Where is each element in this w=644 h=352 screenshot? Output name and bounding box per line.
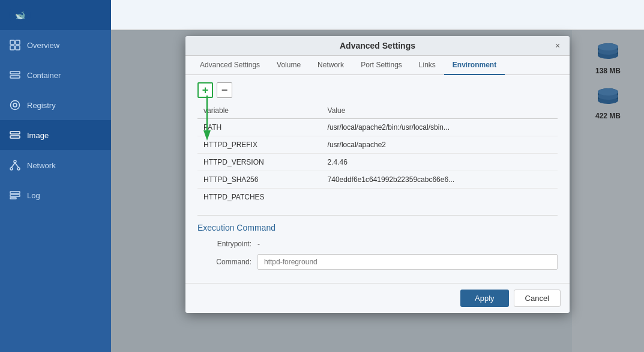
advanced-settings-dialog: Advanced Settings × Advanced Settings Vo…	[185, 36, 570, 313]
svg-point-9	[13, 103, 17, 107]
execution-command-section: Execution Command Entrypoint: - Command:	[197, 215, 558, 270]
sidebar-item-image[interactable]: Image	[0, 120, 111, 150]
app-logo: 🐋	[9, 4, 31, 26]
svg-rect-3	[16, 40, 20, 44]
registry-icon	[9, 99, 21, 111]
svg-rect-7	[10, 76, 20, 78]
var-value-version: 2.4.46	[322, 154, 558, 171]
main-area: 138 MB 422 MB	[111, 0, 644, 352]
tab-advanced-settings[interactable]: Advanced Settings	[191, 56, 268, 75]
sidebar-item-label-log: Log	[27, 191, 40, 200]
dialog-body: + − variable Value	[185, 75, 570, 283]
table-row: HTTPD_PREFIX /usr/local/apache2	[197, 136, 558, 154]
cancel-button[interactable]: Cancel	[514, 290, 561, 307]
var-name-version: HTTPD_VERSION	[197, 154, 322, 171]
svg-line-15	[11, 163, 15, 168]
svg-rect-18	[10, 195, 20, 196]
toolbar-row: + −	[197, 82, 558, 98]
dialog-title: Advanced Settings	[202, 41, 553, 50]
svg-marker-29	[203, 130, 211, 141]
table-row: HTTPD_VERSION 2.4.46	[197, 154, 558, 171]
svg-rect-19	[10, 198, 16, 199]
table-row: HTTPD_PATCHES	[197, 189, 558, 206]
svg-point-12	[14, 160, 16, 163]
tab-port-settings[interactable]: Port Settings	[352, 56, 411, 75]
var-value-path: /usr/local/apache2/bin:/usr/local/sbin..…	[322, 119, 558, 136]
sidebar-item-network[interactable]: Network	[0, 150, 111, 180]
network-icon	[9, 159, 21, 171]
container-icon	[9, 69, 21, 81]
environment-table: variable Value PATH /usr/local/apache2/b…	[197, 103, 558, 205]
image-icon	[9, 129, 21, 141]
table-row: PATH /usr/local/apache2/bin:/usr/local/s…	[197, 119, 558, 136]
svg-line-16	[15, 163, 19, 168]
var-name-sha256: HTTPD_SHA256	[197, 171, 322, 189]
svg-rect-5	[16, 46, 20, 50]
var-name-patches: HTTPD_PATCHES	[197, 189, 322, 206]
dialog-overlay: Advanced Settings × Advanced Settings Vo…	[111, 30, 644, 352]
sidebar-item-label-image: Image	[27, 131, 49, 140]
col-header-value: Value	[322, 103, 558, 119]
svg-point-14	[17, 168, 20, 170]
svg-rect-17	[10, 192, 20, 193]
dialog-close-button[interactable]: ×	[553, 41, 562, 50]
command-input[interactable]	[257, 254, 558, 270]
tab-links[interactable]: Links	[411, 56, 444, 75]
main-topbar	[111, 0, 644, 30]
svg-rect-2	[10, 40, 14, 44]
sidebar-item-overview[interactable]: Overview	[0, 30, 111, 60]
tab-volume[interactable]: Volume	[268, 56, 309, 75]
var-value-sha256: 740eddf6e1c641992b22359cabc66e6...	[322, 171, 558, 189]
command-label: Command:	[197, 258, 251, 266]
remove-variable-button[interactable]: −	[217, 82, 232, 98]
entrypoint-row: Entrypoint: -	[197, 240, 558, 248]
dialog-titlebar: Advanced Settings ×	[185, 36, 570, 56]
svg-rect-4	[10, 46, 14, 50]
sidebar-item-label-network: Network	[27, 161, 56, 170]
annotation-arrow	[199, 96, 217, 144]
sidebar-item-container[interactable]: Container	[0, 60, 111, 90]
var-value-patches	[322, 189, 558, 206]
overview-icon	[9, 39, 21, 51]
dialog-tabs: Advanced Settings Volume Network Port Se…	[185, 56, 570, 75]
command-row: Command:	[197, 254, 558, 270]
table-row: HTTPD_SHA256 740eddf6e1c641992b22359cabc…	[197, 171, 558, 189]
svg-point-8	[11, 101, 20, 110]
execution-command-title: Execution Command	[197, 223, 558, 232]
sidebar-item-registry[interactable]: Registry	[0, 90, 111, 120]
sidebar: 🐋 Overview Container	[0, 0, 111, 352]
tab-environment[interactable]: Environment	[444, 56, 505, 75]
sidebar-header: 🐋	[0, 0, 111, 30]
log-icon	[9, 189, 21, 201]
svg-point-13	[10, 168, 13, 170]
svg-rect-10	[10, 132, 20, 134]
var-value-prefix: /usr/local/apache2	[322, 136, 558, 154]
sidebar-item-label-container: Container	[27, 71, 61, 80]
main-content: 138 MB 422 MB	[111, 30, 644, 352]
svg-text:🐋: 🐋	[15, 10, 26, 20]
svg-rect-6	[10, 71, 20, 74]
entrypoint-label: Entrypoint:	[197, 240, 251, 248]
sidebar-item-label-registry: Registry	[27, 101, 56, 110]
tab-network[interactable]: Network	[309, 56, 352, 75]
sidebar-item-log[interactable]: Log	[0, 180, 111, 210]
dialog-footer: Apply Cancel	[185, 283, 570, 313]
sidebar-item-label-overview: Overview	[27, 41, 59, 50]
entrypoint-value: -	[257, 240, 260, 248]
apply-button[interactable]: Apply	[460, 290, 509, 307]
svg-rect-11	[10, 136, 20, 138]
